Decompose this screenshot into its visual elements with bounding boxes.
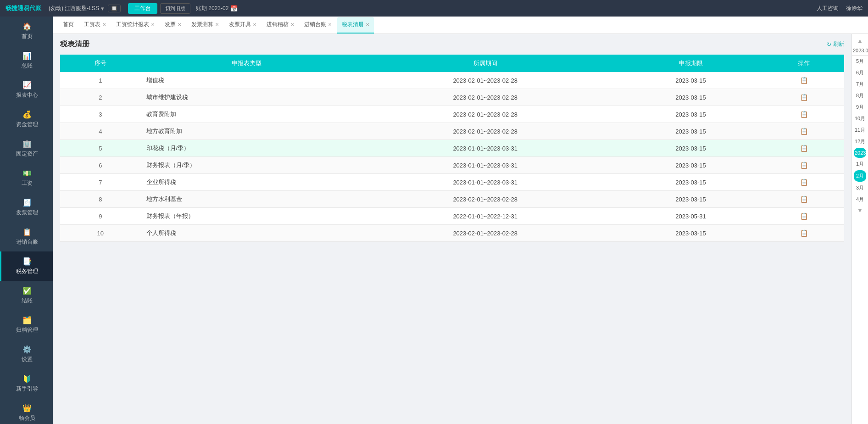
row-action[interactable]: 📋 xyxy=(763,225,844,242)
row-deadline: 2023-03-15 xyxy=(618,106,764,123)
row-action[interactable]: 📋 xyxy=(763,106,844,123)
action-icon[interactable]: 📋 xyxy=(800,77,808,84)
switch-old-button[interactable]: 切到旧版 xyxy=(160,3,190,14)
tab-close-invoice[interactable]: ✕ xyxy=(178,22,181,27)
tab-home[interactable]: 首页 xyxy=(58,17,78,33)
row-type: 个人所得税 xyxy=(141,225,353,242)
tab-close-payroll-report[interactable]: ✕ xyxy=(151,22,155,27)
sidebar-label-guide: 新手引导 xyxy=(16,385,38,393)
sidebar-item-reports[interactable]: 📈报表中心 xyxy=(0,75,53,105)
company-dropdown-icon[interactable]: ▾ xyxy=(101,5,104,12)
row-period: 2022-01-01~2022-12-31 xyxy=(353,208,618,225)
month-2022-6月[interactable]: 6月 xyxy=(852,67,868,78)
calendar-icon[interactable]: 📅 xyxy=(230,5,238,12)
tab-tax-table[interactable]: 税表清册✕ xyxy=(337,17,374,33)
tab-close-purchase-audit[interactable]: ✕ xyxy=(290,22,294,27)
action-icon[interactable]: 📋 xyxy=(800,162,808,169)
sidebar-item-guide[interactable]: 🔰新手引导 xyxy=(0,369,53,398)
action-icon[interactable]: 📋 xyxy=(800,111,808,118)
row-action[interactable]: 📋 xyxy=(763,174,844,191)
row-type: 地方教育附加 xyxy=(141,123,353,140)
tab-close-purchase-ledger[interactable]: ✕ xyxy=(328,22,332,27)
refresh-button[interactable]: ↻ 刷新 xyxy=(827,40,844,48)
month-2022-10月[interactable]: 10月 xyxy=(852,113,868,124)
workbench-button[interactable]: 工作台 xyxy=(128,3,157,14)
row-deadline: 2023-03-15 xyxy=(618,140,764,157)
user-name[interactable]: 徐涂华 xyxy=(846,5,862,12)
panel-up-arrow[interactable]: ▲ xyxy=(856,36,865,46)
row-action[interactable]: 📋 xyxy=(763,123,844,140)
app-logo: 畅捷通易代账 xyxy=(6,4,41,12)
sidebar-item-archive[interactable]: 🗂️归档管理 xyxy=(0,310,53,340)
tab-label-payroll-report: 工资统计报表 xyxy=(116,21,149,28)
main-layout: 🏠首页📊总账📈报表中心💰资金管理🏢固定资产💵工资🧾发票管理📋进销台账📑税务管理✅… xyxy=(0,17,868,424)
table-header-0: 序号 xyxy=(60,55,141,72)
sidebar-item-payroll[interactable]: 💵工资 xyxy=(0,163,53,193)
sidebar-item-settings[interactable]: ⚙️设置 xyxy=(0,340,53,369)
month-2022-9月[interactable]: 9月 xyxy=(852,101,868,113)
action-icon[interactable]: 📋 xyxy=(800,212,808,220)
row-deadline: 2023-05-31 xyxy=(618,208,764,225)
sidebar-item-ledger[interactable]: 📊总账 xyxy=(0,46,53,75)
row-period: 2023-01-01~2023-03-31 xyxy=(353,174,618,191)
row-id: 7 xyxy=(60,174,141,191)
month-2023-1月[interactable]: 1月 xyxy=(852,158,868,170)
month-2022-8月[interactable]: 8月 xyxy=(852,90,868,101)
row-action[interactable]: 📋 xyxy=(763,72,844,89)
month-2023-2月[interactable]: 2月 xyxy=(854,170,866,182)
month-2023-3月[interactable]: 3月 xyxy=(852,182,868,194)
row-action[interactable]: 📋 xyxy=(763,157,844,174)
month-2022-11月[interactable]: 11月 xyxy=(852,124,868,136)
tab-close-invoice-issue[interactable]: ✕ xyxy=(253,22,256,27)
action-icon[interactable]: 📋 xyxy=(800,195,808,203)
sidebar-item-close[interactable]: ✅结账 xyxy=(0,281,53,310)
action-icon[interactable]: 📋 xyxy=(800,128,808,135)
tab-close-tax-table[interactable]: ✕ xyxy=(366,22,369,27)
tab-close-invoice-calc[interactable]: ✕ xyxy=(215,22,219,27)
sidebar-item-assets[interactable]: 🏢固定资产 xyxy=(0,134,53,163)
row-type: 城市维护建设税 xyxy=(141,89,353,106)
row-period: 2023-02-01~2023-02-28 xyxy=(353,191,618,208)
row-deadline: 2023-03-15 xyxy=(618,225,764,242)
month-2022-5月[interactable]: 5月 xyxy=(852,56,868,67)
month-2022-7月[interactable]: 7月 xyxy=(852,78,868,90)
month-2022-12月[interactable]: 12月 xyxy=(852,136,868,147)
tab-payroll-report[interactable]: 工资统计报表✕ xyxy=(111,17,159,33)
assets-icon: 🏢 xyxy=(22,139,32,148)
vip-icon: 👑 xyxy=(22,404,32,413)
action-icon[interactable]: 📋 xyxy=(800,179,808,186)
row-action[interactable]: 📋 xyxy=(763,191,844,208)
month-2023-4月[interactable]: 4月 xyxy=(852,194,868,205)
row-deadline: 2023-03-15 xyxy=(618,89,764,106)
sidebar-item-purchase[interactable]: 📋进销台账 xyxy=(0,222,53,251)
ai-consult-button[interactable]: 人工咨询 xyxy=(817,5,839,12)
row-action[interactable]: 📋 xyxy=(763,208,844,225)
table-row: 2 城市维护建设税 2023-02-01~2023-02-28 2023-03-… xyxy=(60,89,844,106)
sidebar-item-home[interactable]: 🏠首页 xyxy=(0,17,53,46)
action-icon[interactable]: 📋 xyxy=(800,94,808,101)
action-icon[interactable]: 📋 xyxy=(800,229,808,237)
tab-invoice-issue[interactable]: 发票开具✕ xyxy=(224,17,261,33)
sidebar-item-funds[interactable]: 💰资金管理 xyxy=(0,105,53,134)
sidebar-item-vip[interactable]: 👑畅会员 xyxy=(0,398,53,424)
tab-invoice[interactable]: 发票✕ xyxy=(160,17,186,33)
sidebar-item-tax[interactable]: 📑税务管理 xyxy=(0,251,53,281)
sidebar-label-home: 首页 xyxy=(22,33,33,40)
tab-invoice-calc[interactable]: 发票测算✕ xyxy=(187,17,223,33)
tab-purchase-ledger[interactable]: 进销台账✕ xyxy=(300,17,336,33)
action-icon[interactable]: 📋 xyxy=(800,145,808,152)
row-id: 3 xyxy=(60,106,141,123)
tab-payroll[interactable]: 工资表✕ xyxy=(79,17,111,33)
year-2023-label[interactable]: 2023 xyxy=(854,148,866,158)
copy-button[interactable]: 🔲 xyxy=(108,5,121,12)
row-deadline: 2023-03-15 xyxy=(618,157,764,174)
tab-close-payroll[interactable]: ✕ xyxy=(102,22,106,27)
tab-label-invoice-issue: 发票开具 xyxy=(229,21,251,28)
row-action[interactable]: 📋 xyxy=(763,89,844,106)
sidebar-item-invoice[interactable]: 🧾发票管理 xyxy=(0,193,53,222)
panel-down-arrow[interactable]: ▼ xyxy=(856,205,865,215)
tab-purchase-audit[interactable]: 进销稽核✕ xyxy=(262,17,299,33)
row-action[interactable]: 📋 xyxy=(763,140,844,157)
table-row: 3 教育费附加 2023-02-01~2023-02-28 2023-03-15… xyxy=(60,106,844,123)
row-period: 2023-02-01~2023-02-28 xyxy=(353,225,618,242)
